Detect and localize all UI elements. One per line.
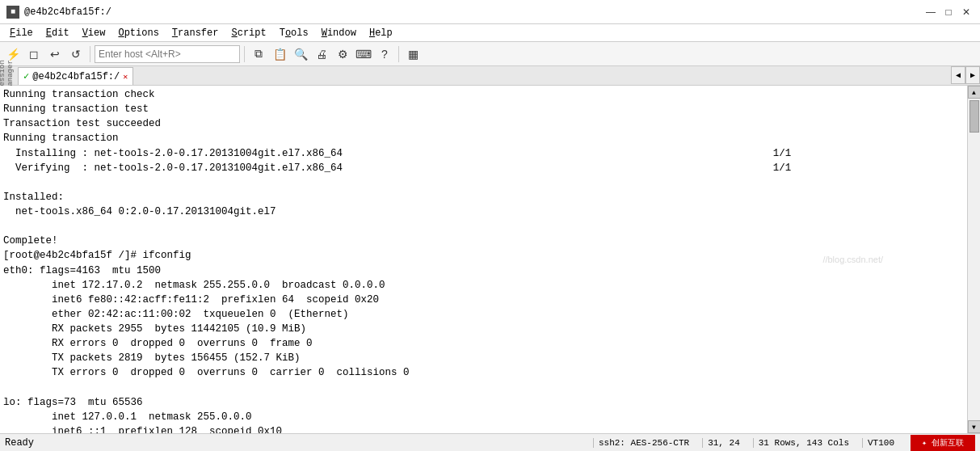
toolbar-grid-btn[interactable]: ▦ bbox=[403, 44, 423, 64]
window-title: @e4b2c4bfa15f:/ bbox=[24, 6, 111, 18]
status-right: ssh2: AES-256-CTR 31, 24 31 Rows, 143 Co… bbox=[593, 435, 975, 451]
toolbar-print-btn[interactable]: 🖨 bbox=[312, 44, 331, 64]
menu-script[interactable]: Script bbox=[225, 26, 272, 40]
toolbar-sep-3 bbox=[398, 46, 399, 62]
status-ssh: ssh2: AES-256-CTR bbox=[593, 438, 694, 448]
close-button[interactable]: ✕ bbox=[959, 5, 974, 19]
tab-next-btn[interactable]: ▶ bbox=[965, 66, 980, 84]
menu-options[interactable]: Options bbox=[111, 26, 165, 40]
host-input[interactable] bbox=[95, 45, 240, 63]
toolbar-map-btn[interactable]: ⌨ bbox=[354, 44, 373, 64]
status-logo: ✦ 创新互联 bbox=[911, 435, 975, 451]
toolbar-reconnect-btn[interactable]: ↺ bbox=[66, 44, 86, 64]
scrollbar-thumb[interactable] bbox=[969, 100, 979, 133]
status-bar: Ready ssh2: AES-256-CTR 31, 24 31 Rows, … bbox=[0, 433, 980, 451]
toolbar-copy-btn[interactable]: ⧉ bbox=[249, 44, 268, 64]
app-icon: ■ bbox=[6, 6, 19, 19]
toolbar-find-btn[interactable]: 🔍 bbox=[291, 44, 310, 64]
terminal[interactable]: Running transaction check Running transa… bbox=[0, 86, 967, 433]
toolbar-open-btn[interactable]: ◻ bbox=[24, 44, 44, 64]
main-layout: Running transaction check Running transa… bbox=[0, 86, 980, 433]
scrollbar[interactable]: ▲ ▼ bbox=[967, 86, 980, 433]
title-bar: ■ @e4b2c4bfa15f:/ — □ ✕ bbox=[0, 0, 980, 24]
menu-help[interactable]: Help bbox=[363, 26, 399, 40]
minimize-button[interactable]: — bbox=[923, 5, 938, 19]
toolbar-paste-btn[interactable]: 📋 bbox=[270, 44, 289, 64]
menu-bar: File Edit View Options Transfer Script T… bbox=[0, 24, 980, 42]
status-term: VT100 bbox=[862, 438, 899, 448]
menu-window[interactable]: Window bbox=[315, 26, 363, 40]
toolbar-settings-btn[interactable]: ⚙ bbox=[333, 44, 352, 64]
scrollbar-track bbox=[968, 99, 981, 420]
tab-nav: ◀ ▶ bbox=[951, 66, 980, 84]
tab-close-icon[interactable]: ✕ bbox=[123, 72, 128, 82]
maximize-button[interactable]: □ bbox=[941, 5, 956, 19]
status-position: 31, 24 bbox=[702, 438, 745, 448]
toolbar-help-btn[interactable]: ? bbox=[375, 44, 394, 64]
toolbar-sep-1 bbox=[90, 46, 90, 62]
tab-bar: Session Manager ✓ @e4b2c4bfa15f:/ ✕ ◀ ▶ bbox=[0, 66, 980, 86]
title-bar-left: ■ @e4b2c4bfa15f:/ bbox=[6, 6, 111, 19]
menu-file[interactable]: File bbox=[3, 26, 40, 40]
tab-label: @e4b2c4bfa15f:/ bbox=[32, 71, 120, 82]
scroll-up-btn[interactable]: ▲ bbox=[968, 86, 981, 99]
scroll-down-btn[interactable]: ▼ bbox=[968, 420, 981, 433]
menu-tools[interactable]: Tools bbox=[273, 26, 315, 40]
tab-check-icon: ✓ bbox=[23, 70, 29, 82]
toolbar: ⚡ ◻ ↩ ↺ ⧉ 📋 🔍 🖨 ⚙ ⌨ ? ▦ bbox=[0, 42, 980, 66]
window-controls: — □ ✕ bbox=[923, 5, 974, 19]
status-size: 31 Rows, 143 Cols bbox=[753, 438, 854, 448]
terminal-wrapper: Running transaction check Running transa… bbox=[0, 86, 980, 433]
toolbar-undo-btn[interactable]: ↩ bbox=[45, 44, 65, 64]
menu-view[interactable]: View bbox=[76, 26, 112, 40]
status-ready: Ready bbox=[5, 437, 593, 449]
toolbar-sep-2 bbox=[244, 46, 245, 62]
menu-transfer[interactable]: Transfer bbox=[166, 26, 225, 40]
active-tab[interactable]: ✓ @e4b2c4bfa15f:/ ✕ bbox=[18, 67, 133, 85]
session-manager-label: Session Manager bbox=[0, 66, 11, 85]
menu-edit[interactable]: Edit bbox=[40, 26, 76, 40]
tab-prev-btn[interactable]: ◀ bbox=[951, 66, 965, 84]
